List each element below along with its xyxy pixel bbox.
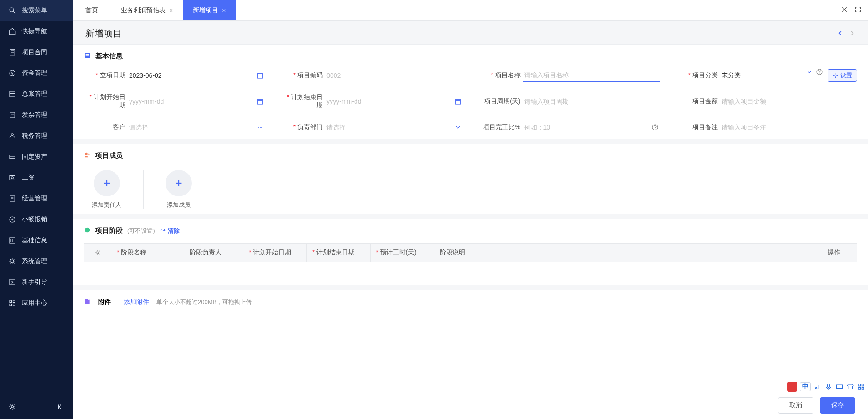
ime-grid-icon[interactable]	[857, 383, 865, 391]
svg-rect-26	[13, 300, 15, 303]
svg-rect-24	[10, 279, 15, 285]
tabbar: 首页 业务利润预估表 × 新增项目 ×	[73, 0, 868, 21]
tab-label: 新增项目	[193, 6, 218, 15]
label-date: 立项日期	[84, 71, 128, 80]
prev-page-icon[interactable]	[837, 28, 843, 39]
system-icon	[8, 257, 16, 265]
label-name: 项目名称	[479, 71, 523, 80]
ime-keyboard-icon[interactable]	[835, 383, 843, 391]
close-all-icon[interactable]	[841, 6, 848, 15]
save-button[interactable]: 保存	[820, 397, 855, 414]
main: 首页 业务利润预估表 × 新增项目 × 新增项目	[73, 0, 868, 419]
ime-logo-icon	[787, 382, 797, 392]
svg-point-60	[816, 388, 817, 389]
stage-table-body	[84, 262, 857, 280]
th-hours: 预计工时(天)	[371, 244, 434, 262]
ime-mic-icon[interactable]	[824, 383, 833, 391]
svg-rect-14	[10, 176, 15, 180]
svg-rect-25	[10, 300, 12, 303]
code-input[interactable]	[326, 69, 462, 82]
info-icon	[8, 236, 16, 244]
sidebar-item-label: 基础信息	[22, 236, 47, 244]
svg-point-58	[85, 228, 90, 233]
tab-profit-estimate[interactable]: 业务利润预估表 ×	[111, 0, 183, 20]
sidebar-item-guide[interactable]: 新手引导	[0, 272, 73, 293]
svg-rect-68	[862, 388, 864, 390]
collapse-icon[interactable]	[56, 403, 65, 413]
stage-table-head: 阶段名称 阶段负责人 计划开始日期 计划结束日期 预计工时(天) 阶段说明 操作	[84, 244, 857, 262]
chevron-down-icon[interactable]	[454, 124, 462, 131]
sidebar-item-salary[interactable]: 工资	[0, 167, 73, 188]
complete-input[interactable]	[523, 120, 660, 134]
category-input[interactable]	[721, 69, 806, 82]
salary-icon	[8, 174, 16, 182]
cycle-input[interactable]	[523, 95, 660, 108]
plan-end-input[interactable]	[326, 95, 462, 108]
date-input[interactable]	[128, 69, 265, 82]
close-icon[interactable]: ×	[222, 7, 226, 14]
label-amount: 项目金额	[676, 97, 721, 105]
svg-line-1	[13, 11, 15, 14]
svg-point-59	[97, 252, 99, 254]
ime-punct-icon[interactable]	[813, 383, 822, 391]
add-member-button[interactable]: 添加成员	[157, 170, 200, 209]
clear-button[interactable]: 清除	[160, 227, 180, 235]
sidebar-item-manage[interactable]: 经营管理	[0, 188, 73, 209]
sidebar-item-asset[interactable]: 固定资产	[0, 146, 73, 167]
svg-rect-9	[10, 112, 15, 118]
close-icon[interactable]: ×	[169, 7, 173, 14]
sidebar-item-quicknav[interactable]: 快捷导航	[0, 21, 73, 42]
settings-icon[interactable]	[8, 403, 16, 413]
section-title: 基本信息	[95, 52, 123, 60]
help-icon[interactable]	[652, 124, 659, 131]
sidebar-item-contract[interactable]: 项目合同	[0, 42, 73, 63]
sidebar: 搜索菜单 快捷导航 项目合同 ¥ 资金管理 总账管理 发票管理 税务管理 固定资	[0, 0, 73, 419]
sidebar-item-tax[interactable]: 税务管理	[0, 125, 73, 146]
apps-icon	[8, 299, 16, 307]
sidebar-item-label: 系统管理	[22, 257, 47, 265]
cancel-button[interactable]: 取消	[778, 397, 813, 414]
manage-icon	[8, 195, 16, 203]
add-attachment-button[interactable]: + 添加附件	[118, 298, 149, 306]
customer-input[interactable]	[128, 120, 265, 134]
ime-lang[interactable]: 中	[800, 382, 811, 391]
more-icon[interactable]	[256, 124, 264, 131]
add-owner-label: 添加责任人	[92, 201, 121, 209]
help-icon[interactable]	[816, 68, 823, 75]
th-gear[interactable]	[84, 244, 111, 262]
calendar-icon[interactable]	[256, 98, 264, 105]
sidebar-item-reimburse[interactable]: 小畅报销	[0, 209, 73, 230]
calendar-icon[interactable]	[256, 72, 264, 79]
sidebar-item-ledger[interactable]: 总账管理	[0, 84, 73, 105]
svg-rect-34	[86, 54, 89, 55]
sidebar-item-apps[interactable]: 应用中心	[0, 293, 73, 314]
plus-icon	[174, 178, 184, 188]
sidebar-item-baseinfo[interactable]: 基础信息	[0, 230, 73, 251]
stage-table: 阶段名称 阶段负责人 计划开始日期 计划结束日期 预计工时(天) 阶段说明 操作	[84, 243, 857, 280]
remark-input[interactable]	[721, 120, 857, 134]
svg-rect-35	[86, 55, 89, 55]
sidebar-item-label: 搜索菜单	[22, 6, 47, 15]
sidebar-item-system[interactable]: 系统管理	[0, 251, 73, 272]
asset-icon	[8, 153, 16, 161]
fullscreen-icon[interactable]	[854, 6, 862, 15]
sidebar-item-funds[interactable]: ¥ 资金管理	[0, 63, 73, 84]
tab-home[interactable]: 首页	[73, 0, 111, 20]
amount-input[interactable]	[721, 95, 857, 108]
config-button[interactable]: 设置	[828, 69, 857, 82]
document-icon	[8, 48, 16, 56]
svg-rect-28	[13, 304, 15, 306]
chevron-down-icon[interactable]	[806, 68, 813, 75]
department-input[interactable]	[326, 120, 462, 134]
coin-icon: ¥	[8, 69, 16, 77]
name-input[interactable]	[523, 69, 660, 82]
sidebar-item-invoice[interactable]: 发票管理	[0, 105, 73, 125]
svg-point-51	[655, 129, 655, 129]
plan-start-input[interactable]	[128, 95, 265, 108]
sidebar-item-search[interactable]: 搜索菜单	[0, 0, 73, 21]
home-icon	[8, 27, 16, 35]
ime-skin-icon[interactable]	[846, 383, 854, 391]
tab-new-project[interactable]: 新增项目 ×	[183, 0, 236, 20]
calendar-icon[interactable]	[454, 98, 462, 105]
add-owner-button[interactable]: 添加责任人	[84, 170, 130, 209]
